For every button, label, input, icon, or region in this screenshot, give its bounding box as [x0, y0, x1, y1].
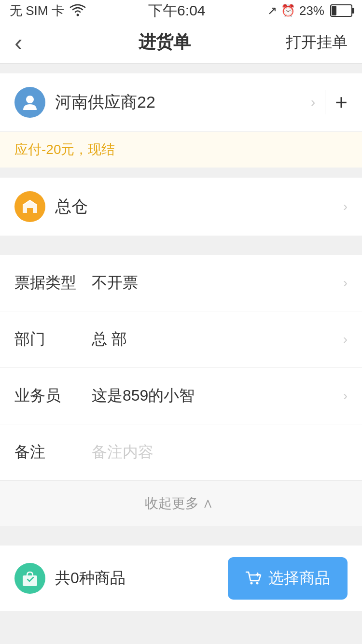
wifi-icon	[69, 4, 86, 17]
footer-gray	[0, 611, 362, 644]
select-product-button[interactable]: 选择商品	[228, 557, 348, 600]
warehouse-icon	[21, 198, 39, 215]
staff-value: 这是859的小智	[82, 385, 338, 406]
product-count-text: 共0种商品	[55, 568, 228, 589]
staff-label: 业务员	[14, 385, 82, 406]
status-bar: 无 SIM 卡 下午6:04 ↗ ⏰ 23%	[0, 0, 362, 21]
vertical-divider	[325, 90, 325, 114]
shopping-bag-icon	[21, 570, 39, 587]
product-icon-wrap	[14, 563, 45, 594]
section-divider-2	[0, 168, 362, 178]
svg-point-5	[256, 582, 259, 585]
form-section: 票据类型 不开票 › 部门 总 部 › 业务员 这是859的小智 › 备注 备注…	[0, 255, 362, 480]
battery-icon	[330, 4, 352, 17]
department-chevron-icon: ›	[343, 332, 348, 347]
svg-point-1	[26, 96, 34, 103]
page-title: 进货单	[139, 30, 191, 54]
bottom-bar: 共0种商品 选择商品	[0, 546, 362, 611]
notice-bar: 应付-20元，现结	[0, 132, 362, 168]
remarks-label: 备注	[14, 442, 82, 463]
location-icon: ↗	[267, 4, 277, 17]
nav-bar: ‹ 进货单 打开挂单	[0, 21, 362, 64]
status-right: ↗ ⏰ 23%	[267, 3, 352, 18]
staff-chevron-icon: ›	[343, 388, 348, 404]
supplier-avatar	[14, 87, 45, 118]
supplier-chevron-icon: ›	[311, 95, 315, 110]
select-product-label: 选择商品	[268, 568, 330, 589]
battery-percent: 23%	[299, 3, 324, 18]
remarks-input[interactable]: 备注内容	[82, 442, 348, 463]
supplier-name: 河南供应商22	[55, 91, 311, 113]
section-divider-4	[0, 526, 362, 536]
supplier-row[interactable]: 河南供应商22 › +	[0, 73, 362, 132]
collapse-label: 收起更多 ∧	[145, 494, 214, 513]
supplier-right-actions: › +	[311, 90, 348, 114]
section-divider-1	[0, 64, 362, 73]
notice-text: 应付-20元，现结	[14, 142, 115, 157]
open-pending-button[interactable]: 打开挂单	[286, 32, 348, 53]
cart-icon	[245, 571, 263, 586]
warehouse-chevron-icon: ›	[343, 199, 348, 214]
remarks-row[interactable]: 备注 备注内容	[0, 424, 362, 480]
status-time: 下午6:04	[148, 1, 205, 21]
invoice-type-row[interactable]: 票据类型 不开票 ›	[0, 255, 362, 311]
staff-row[interactable]: 业务员 这是859的小智 ›	[0, 368, 362, 424]
warehouse-row[interactable]: 总仓 ›	[0, 178, 362, 236]
svg-point-0	[76, 14, 79, 16]
warehouse-icon-wrap	[14, 191, 45, 222]
warehouse-card[interactable]: 总仓 ›	[0, 178, 362, 236]
supplier-card: 河南供应商22 › + 应付-20元，现结	[0, 73, 362, 168]
department-row[interactable]: 部门 总 部 ›	[0, 311, 362, 368]
collapse-bar[interactable]: 收起更多 ∧	[0, 480, 362, 526]
invoice-type-chevron-icon: ›	[343, 275, 348, 291]
back-button[interactable]: ‹	[14, 28, 43, 56]
svg-point-4	[251, 582, 253, 585]
svg-rect-2	[27, 208, 33, 213]
alarm-icon: ⏰	[281, 4, 295, 17]
warehouse-name: 总仓	[55, 196, 343, 218]
status-left: 无 SIM 卡	[10, 2, 86, 19]
add-supplier-button[interactable]: +	[335, 92, 348, 113]
section-divider-3	[0, 236, 362, 245]
department-value: 总 部	[82, 329, 338, 350]
invoice-type-label: 票据类型	[14, 272, 82, 294]
department-label: 部门	[14, 329, 82, 350]
person-icon	[21, 94, 39, 111]
invoice-type-value: 不开票	[82, 272, 338, 294]
carrier-text: 无 SIM 卡	[10, 2, 64, 19]
